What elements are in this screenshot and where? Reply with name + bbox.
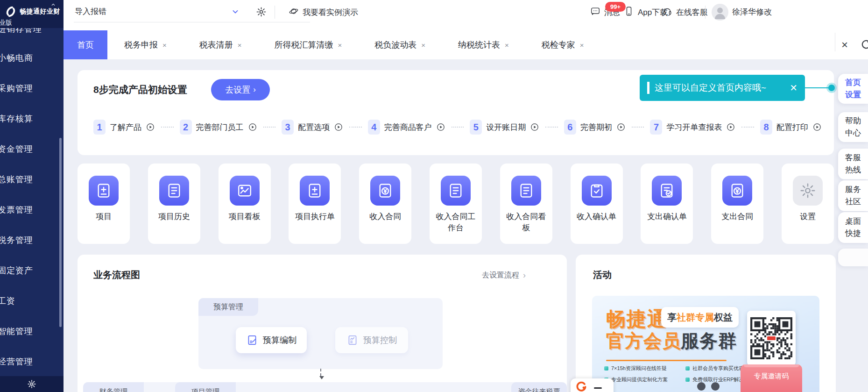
doc-yen-icon: [370, 176, 400, 206]
app-shortcut-label: 设置: [782, 211, 834, 222]
step-connector: [452, 127, 464, 128]
rail-tab[interactable]: 桌面快捷: [838, 212, 868, 243]
tab[interactable]: 所得税汇算清缴×: [275, 39, 342, 50]
go-setup-button[interactable]: 去设置›: [211, 79, 270, 100]
step-label: 完善商品客户: [384, 122, 432, 133]
sidebar-item-partial[interactable]: 进销存管理: [0, 28, 64, 34]
play-icon[interactable]: [812, 122, 822, 132]
close-icon[interactable]: ×: [338, 41, 342, 49]
tab[interactable]: 税负波动表×: [374, 39, 425, 50]
floating-chat-widget[interactable]: [571, 378, 614, 392]
budget-edit-button[interactable]: 预算编制: [236, 327, 307, 353]
app-shortcut[interactable]: 收入合同工作台: [430, 164, 482, 244]
close-icon[interactable]: ×: [580, 41, 584, 49]
close-icon[interactable]: ×: [162, 41, 167, 49]
rail-tab[interactable]: 帮助中心: [838, 112, 868, 142]
play-icon[interactable]: [530, 122, 539, 132]
app-shortcut[interactable]: 项目执行单: [289, 164, 341, 244]
carousel-dot[interactable]: [697, 382, 706, 391]
close-icon[interactable]: ×: [238, 41, 242, 49]
banner-bullet: 专业顾问提供定制化方案: [604, 376, 685, 383]
step-label: 完善期初: [580, 122, 612, 133]
sidebar-item[interactable]: 经营管理: [0, 356, 64, 367]
step-label: 配置打印: [776, 122, 808, 133]
rail-tab-label: 服务社区: [844, 184, 862, 208]
rail-tab-partial[interactable]: [838, 249, 868, 266]
sidebar-item[interactable]: 发票管理: [0, 205, 64, 215]
sidebar-scrollbar[interactable]: [59, 138, 62, 327]
app-download-button[interactable]: App下载: [624, 6, 668, 19]
play-icon[interactable]: [146, 122, 155, 132]
sidebar-item[interactable]: 采购管理: [0, 83, 64, 93]
app-shortcut[interactable]: 项目历史: [148, 164, 200, 244]
rail-tab-label: 首页设置: [844, 77, 862, 101]
chanjet-float-logo-icon[interactable]: [575, 381, 587, 392]
sidebar-item[interactable]: 智能管理: [0, 326, 64, 336]
avatar[interactable]: [712, 4, 728, 21]
step-number: 3: [282, 120, 294, 135]
tab[interactable]: 纳税统计表×: [458, 39, 509, 50]
gear-icon[interactable]: [256, 7, 267, 17]
tab[interactable]: 税检专家×: [542, 39, 584, 50]
rail-tab[interactable]: 服务社区: [838, 180, 868, 211]
sidebar-item[interactable]: 固定资产: [0, 265, 64, 276]
banner-bullet-text: 7×15h资深顾问在线答疑: [611, 365, 667, 372]
online-service-label: 在线客服: [676, 7, 708, 18]
app-shortcut[interactable]: 收入合同: [359, 164, 411, 244]
setup-card-title: 8步完成产品初始设置: [93, 83, 187, 96]
tab[interactable]: 税表清册×: [199, 39, 242, 50]
app-shortcut[interactable]: 项目: [78, 164, 130, 244]
minimize-icon[interactable]: [594, 387, 602, 389]
app-root: 畅捷通好业财 业版 进销存管理 小畅电商采购管理库存核算资金管理总账管理发票管理…: [0, 0, 868, 392]
play-icon[interactable]: [436, 122, 445, 132]
sidebar-item[interactable]: 库存核算: [0, 114, 64, 124]
rail-tab[interactable]: 首页设置: [838, 74, 868, 104]
sidebar-item[interactable]: 工资: [0, 296, 64, 306]
refresh-icon[interactable]: [860, 38, 868, 52]
app-shortcut-label: 收入合同: [359, 211, 411, 222]
budget-control-label: 预算控制: [363, 335, 397, 346]
play-icon[interactable]: [248, 122, 257, 132]
cube-icon: [685, 378, 690, 382]
doc-yen-icon: [722, 176, 752, 206]
budget-control-button[interactable]: 预算控制: [335, 327, 408, 353]
tab-home[interactable]: 首页: [64, 30, 107, 59]
app-shortcut-label: 收入确认单: [571, 211, 623, 222]
sidebar-menu: 进销存管理 小畅电商采购管理库存核算资金管理总账管理发票管理税务管理固定资产工资…: [0, 28, 64, 376]
close-icon[interactable]: ✕: [790, 82, 797, 93]
sidebar-item[interactable]: 资金管理: [0, 144, 64, 154]
tab[interactable]: 税务申报×: [124, 39, 167, 50]
play-icon[interactable]: [616, 122, 626, 132]
home-customize-tooltip: 这里可以自定义首页内容哦~ ✕: [640, 75, 805, 101]
rail-tab[interactable]: 客服热线: [838, 149, 868, 179]
promo-banner[interactable]: 畅捷通 享社群专属权益 官方会员服务群 7×15h资深顾问在线答疑社群会员专享购…: [592, 296, 819, 392]
app-shortcut[interactable]: 支出合同: [711, 164, 763, 244]
sidebar-item[interactable]: 总账管理: [0, 174, 64, 185]
carousel-dot[interactable]: [711, 382, 720, 391]
app-shortcut[interactable]: 设置: [782, 164, 834, 244]
play-icon[interactable]: [726, 122, 735, 132]
close-icon[interactable]: ×: [505, 41, 509, 49]
step-number: 8: [760, 120, 772, 135]
app-shortcut[interactable]: 项目看板: [219, 164, 271, 244]
budget-edit-label: 预算编制: [263, 335, 296, 346]
setup-step: 8配置打印: [760, 120, 822, 135]
demo-link[interactable]: 我要看实例演示: [289, 6, 358, 19]
chevron-down-icon[interactable]: [231, 7, 240, 18]
app-shortcut[interactable]: 收入合同看板: [500, 164, 552, 244]
app-shortcut[interactable]: 支出确认单: [641, 164, 693, 244]
setup-flow-link[interactable]: 去设置流程›: [482, 271, 526, 280]
close-icon[interactable]: ×: [421, 41, 425, 49]
username[interactable]: 徐泽华修改: [732, 7, 772, 17]
import-error-dropdown[interactable]: 导入报错: [75, 6, 106, 17]
app-shortcut[interactable]: 收入确认单: [571, 164, 623, 244]
sidebar-settings-gear-icon[interactable]: [0, 376, 64, 392]
step-connector: [632, 127, 644, 128]
sidebar-item[interactable]: 小畅电商: [0, 53, 64, 63]
close-all-tabs-button[interactable]: ×: [841, 36, 848, 53]
online-service-button[interactable]: 在线客服: [662, 6, 708, 19]
sidebar-item[interactable]: 税务管理: [0, 235, 64, 245]
messages-badge: 99+: [605, 2, 626, 12]
bubble-post: 权益: [714, 311, 733, 324]
play-icon[interactable]: [334, 122, 343, 132]
